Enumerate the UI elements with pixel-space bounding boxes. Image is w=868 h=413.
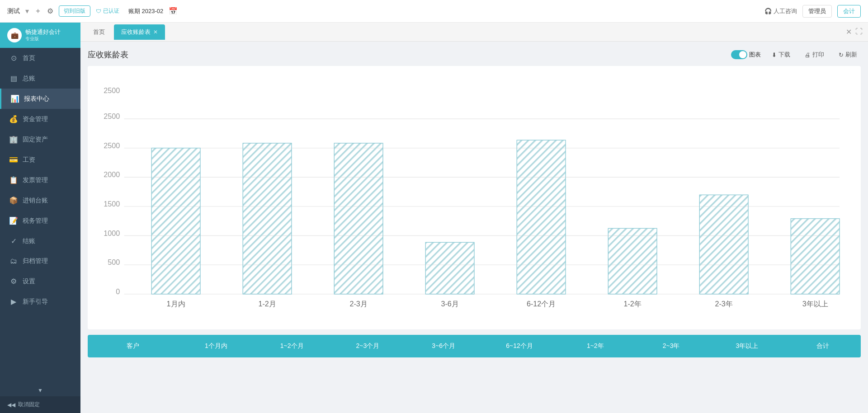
gear-icon[interactable]: ⚙ bbox=[47, 7, 53, 15]
bar-3-plus-year bbox=[791, 219, 840, 294]
tab-close-icon[interactable]: ✕ bbox=[153, 29, 158, 35]
table-container: 客户 1个月内 1~2个月 2~3个月 3~6个月 6~12个月 1~2年 2~… bbox=[88, 335, 861, 357]
sidebar-item-assets[interactable]: 🏢 固定资产 bbox=[0, 129, 80, 150]
sidebar-nav: ⊙ 首页 ▤ 总账 📊 报表中心 💰 资金管理 🏢 固定资产 💳 工资 bbox=[0, 48, 80, 385]
period-label: 账期 2023-02 bbox=[128, 7, 163, 15]
sidebar-label-funds: 资金管理 bbox=[23, 115, 48, 123]
col-6-12m: 6~12个月 bbox=[481, 335, 557, 357]
salary-icon: 💳 bbox=[9, 155, 18, 164]
tab-aging-label: 应收账龄表 bbox=[121, 28, 151, 36]
sidebar-item-salary[interactable]: 💳 工资 bbox=[0, 150, 80, 170]
main-layout: 💼 畅捷通好会计 专业版 ⊙ 首页 ▤ 总账 📊 报表中心 💰 资金管理 bbox=[0, 23, 868, 413]
calendar-icon[interactable]: 📅 bbox=[169, 7, 178, 15]
add-icon[interactable]: ＋ bbox=[34, 6, 42, 16]
sidebar-item-ledger[interactable]: ▤ 总账 bbox=[0, 68, 80, 89]
shield-icon: 🛡 bbox=[96, 8, 101, 14]
report-actions: 图表 ⬇ 下载 🖨 打印 ↻ 刷新 bbox=[731, 49, 861, 61]
refresh-icon: ↻ bbox=[839, 52, 844, 58]
role-button[interactable]: 会计 bbox=[837, 5, 861, 18]
sidebar-label-ledger: 总账 bbox=[23, 75, 35, 83]
svg-text:2-3年: 2-3年 bbox=[715, 300, 732, 308]
sidebar-label-assets: 固定资产 bbox=[23, 136, 48, 144]
svg-text:3年以上: 3年以上 bbox=[802, 300, 828, 308]
refresh-button[interactable]: ↻ 刷新 bbox=[835, 49, 861, 61]
svg-text:2-3月: 2-3月 bbox=[349, 300, 367, 308]
sidebar-label-purchase: 进销台账 bbox=[23, 197, 48, 205]
tab-home-label: 首页 bbox=[93, 28, 105, 36]
pin-button[interactable]: ◀◀ 取消固定 bbox=[0, 396, 80, 413]
sidebar-item-tax[interactable]: 📝 税务管理 bbox=[0, 211, 80, 231]
col-3-6m: 3~6个月 bbox=[406, 335, 481, 357]
invoice-icon: 📋 bbox=[9, 176, 18, 184]
bar-1-2-month bbox=[243, 143, 292, 294]
chart-toggle[interactable]: 图表 bbox=[731, 50, 761, 59]
consult-button[interactable]: 🎧 人工咨询 bbox=[764, 7, 797, 15]
svg-text:6-12个月: 6-12个月 bbox=[527, 300, 556, 308]
headset-icon: 🎧 bbox=[764, 8, 772, 14]
toggle-track[interactable] bbox=[731, 50, 747, 59]
svg-text:2500: 2500 bbox=[104, 112, 120, 120]
close-window-icon[interactable]: ✕ bbox=[846, 28, 852, 36]
pin-label: 取消固定 bbox=[18, 401, 40, 408]
switch-version-button[interactable]: 切到旧版 bbox=[59, 5, 90, 17]
tab-bar: 首页 应收账龄表 ✕ ✕ ⛶ bbox=[80, 23, 868, 42]
sidebar-item-purchase[interactable]: 📦 进销台账 bbox=[0, 190, 80, 211]
svg-text:3-6月: 3-6月 bbox=[441, 300, 458, 308]
sidebar-item-guide[interactable]: ▶ 新手引导 bbox=[0, 291, 80, 312]
ledger-icon: ▤ bbox=[9, 74, 18, 83]
tax-icon: 📝 bbox=[9, 216, 18, 225]
sidebar-item-settings[interactable]: ⚙ 设置 bbox=[0, 271, 80, 291]
sidebar-label-salary: 工资 bbox=[23, 156, 35, 164]
sidebar-item-closing[interactable]: ✓ 结账 bbox=[0, 231, 80, 251]
col-2-3m: 2~3个月 bbox=[330, 335, 406, 357]
sidebar-scroll-down[interactable]: ▼ bbox=[0, 385, 80, 396]
sidebar-label-invoice: 发票管理 bbox=[23, 176, 48, 184]
dropdown-arrow-icon[interactable]: ▾ bbox=[25, 7, 29, 15]
sidebar-logo: 💼 畅捷通好会计 专业版 bbox=[0, 23, 80, 48]
reports-icon: 📊 bbox=[10, 94, 19, 103]
toggle-thumb bbox=[739, 51, 746, 58]
settings-icon: ⚙ bbox=[9, 277, 18, 286]
bar-1-month bbox=[151, 148, 200, 294]
svg-text:500: 500 bbox=[108, 258, 120, 266]
svg-text:1500: 1500 bbox=[104, 200, 120, 208]
sidebar-item-invoice[interactable]: 📋 发票管理 bbox=[0, 170, 80, 190]
sidebar-item-reports[interactable]: 📊 报表中心 bbox=[0, 89, 80, 109]
col-1-2y: 1~2年 bbox=[557, 335, 633, 357]
chart-container: 0 500 1000 1500 2000 2500 2500 2500 bbox=[88, 66, 861, 329]
sidebar-label-settings: 设置 bbox=[23, 277, 35, 286]
sidebar-label-archive: 归档管理 bbox=[23, 257, 48, 265]
content-area: 首页 应收账龄表 ✕ ✕ ⛶ 应收账龄表 bbox=[80, 23, 868, 413]
logo-icon: 💼 bbox=[7, 28, 22, 42]
svg-text:2500: 2500 bbox=[104, 141, 120, 150]
app-name: 畅捷通好会计 bbox=[25, 28, 61, 36]
col-1m: 1个月内 bbox=[178, 335, 254, 357]
sidebar-label-guide: 新手引导 bbox=[23, 298, 48, 306]
svg-text:2500: 2500 bbox=[104, 86, 120, 94]
tab-home[interactable]: 首页 bbox=[86, 24, 112, 40]
home-icon: ⊙ bbox=[9, 54, 18, 62]
col-2-3y: 2~3年 bbox=[633, 335, 709, 357]
bar-2-3-year bbox=[699, 195, 748, 294]
sidebar-item-home[interactable]: ⊙ 首页 bbox=[0, 48, 80, 68]
download-button[interactable]: ⬇ 下载 bbox=[768, 49, 794, 61]
bar-chart: 0 500 1000 1500 2000 2500 2500 2500 bbox=[97, 75, 852, 319]
top-bar: 测试 ▾ ＋ ⚙ 切到旧版 🛡 已认证 账期 2023-02 📅 🎧 人工咨询 … bbox=[0, 0, 868, 23]
closing-icon: ✓ bbox=[9, 237, 18, 245]
svg-text:2000: 2000 bbox=[104, 170, 120, 178]
sidebar: 💼 畅捷通好会计 专业版 ⊙ 首页 ▤ 总账 📊 报表中心 💰 资金管理 bbox=[0, 23, 80, 413]
archive-icon: 🗂 bbox=[9, 257, 18, 265]
print-button[interactable]: 🖨 打印 bbox=[801, 49, 828, 61]
download-icon: ⬇ bbox=[772, 52, 777, 58]
report-title: 应收账龄表 bbox=[88, 49, 128, 60]
expand-icon[interactable]: ⛶ bbox=[855, 28, 863, 36]
sidebar-item-archive[interactable]: 🗂 归档管理 bbox=[0, 251, 80, 271]
user-button[interactable]: 管理员 bbox=[802, 5, 832, 18]
bar-3-6-month bbox=[425, 242, 474, 294]
page-content: 应收账龄表 图表 ⬇ 下载 🖨 打印 bbox=[80, 42, 868, 413]
bar-1-2-year bbox=[608, 228, 657, 294]
funds-icon: 💰 bbox=[9, 115, 18, 123]
report-header: 应收账龄表 图表 ⬇ 下载 🖨 打印 bbox=[88, 49, 861, 61]
tab-aging[interactable]: 应收账龄表 ✕ bbox=[114, 24, 165, 40]
sidebar-item-funds[interactable]: 💰 资金管理 bbox=[0, 109, 80, 129]
